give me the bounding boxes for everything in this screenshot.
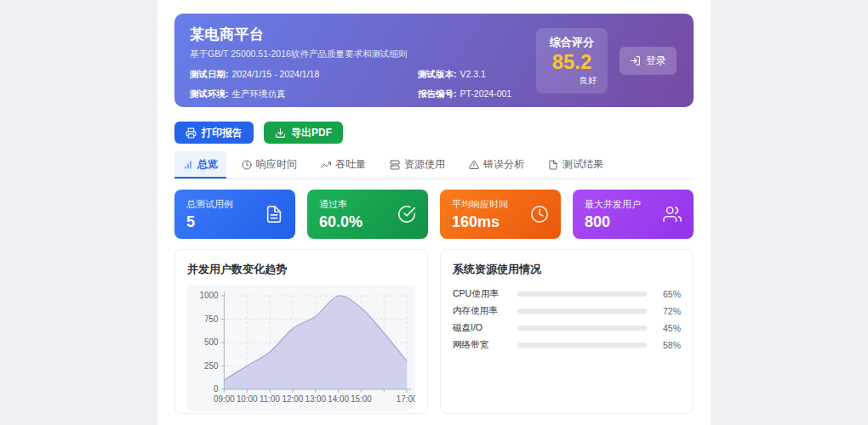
- stat-label: 总测试用例: [186, 198, 233, 211]
- file-text-icon: [265, 205, 283, 224]
- page-title: 某电商平台: [190, 25, 511, 44]
- progress-bar-track: [517, 343, 647, 348]
- export-pdf-button[interactable]: 导出PDF: [264, 122, 343, 144]
- svg-text:0: 0: [214, 384, 219, 394]
- resource-label: 内存使用率: [453, 305, 509, 317]
- stat-label: 平均响应时间: [452, 198, 508, 211]
- tab-resource-usage[interactable]: 资源使用: [381, 151, 454, 178]
- action-buttons: 打印报告 导出PDF: [174, 122, 694, 144]
- bar-chart-icon: [183, 160, 193, 170]
- resource-percent: 72%: [655, 306, 681, 316]
- stat-value: 160ms: [452, 213, 508, 231]
- resource-row-memory: 内存使用率 72%: [453, 306, 681, 316]
- chart-panel-title: 并发用户数变化趋势: [187, 262, 415, 277]
- tab-response-time[interactable]: 响应时间: [233, 151, 306, 178]
- meta-test-version: 测试版本:V2.3.1: [418, 69, 511, 81]
- tab-test-results-label: 测试结果: [562, 157, 603, 172]
- score-grade: 良好: [547, 75, 597, 87]
- header-right: 综合评分 85.2 良好 登录: [536, 25, 678, 97]
- meta-test-environment: 测试环境:生产环境仿真: [190, 88, 418, 100]
- check-circle-icon: [397, 205, 416, 224]
- resource-row-network: 网络带宽 58%: [453, 340, 681, 350]
- meta-test-date: 测试日期:2024/1/15 - 2024/1/18: [190, 69, 418, 81]
- concurrent-users-trend-panel: 并发用户数变化趋势 0250500750100009:0010:0011:001…: [174, 249, 428, 414]
- stat-card-total-cases: 总测试用例 5: [174, 190, 295, 239]
- login-button[interactable]: 登录: [620, 47, 677, 75]
- svg-text:12:00: 12:00: [283, 394, 304, 404]
- svg-text:750: 750: [204, 314, 219, 324]
- server-icon: [390, 160, 400, 170]
- progress-bar-track: [517, 326, 647, 331]
- svg-text:09:00: 09:00: [214, 394, 235, 404]
- tab-overview[interactable]: 总览: [174, 151, 226, 178]
- report-meta: 测试日期:2024/1/15 - 2024/1/18 测试版本:V2.3.1 测…: [190, 69, 511, 100]
- stat-card-max-concurrent-users: 最大并发用户 800: [573, 190, 694, 239]
- area-chart-svg: 0250500750100009:0010:0011:0012:0013:001…: [187, 286, 415, 411]
- concurrent-users-area-chart: 0250500750100009:0010:0011:0012:0013:001…: [187, 286, 415, 411]
- stat-value: 800: [585, 213, 641, 231]
- print-report-button[interactable]: 打印报告: [174, 122, 254, 144]
- alert-triangle-icon: [469, 160, 479, 170]
- tab-resource-usage-label: 资源使用: [404, 157, 445, 172]
- resource-label: 磁盘I/O: [453, 322, 509, 334]
- stat-card-pass-rate: 通过率 60.0%: [307, 190, 428, 239]
- resource-label: CPU使用率: [453, 288, 509, 300]
- clock-icon: [242, 160, 252, 170]
- resource-rows: CPU使用率 65% 内存使用率 72% 磁盘I/O 45% 网络带宽: [453, 289, 681, 350]
- meta-report-number: 报告编号:PT-2024-001: [418, 88, 511, 100]
- trend-icon: [321, 160, 331, 170]
- report-tabbar: 总览 响应时间 吞吐量 资源使用 错误分析: [174, 151, 694, 179]
- resource-label: 网络带宽: [453, 339, 509, 351]
- tab-throughput[interactable]: 吞吐量: [312, 151, 374, 178]
- progress-bar-track: [517, 292, 647, 297]
- file-icon: [548, 160, 558, 170]
- stat-value: 60.0%: [319, 213, 363, 231]
- stat-value: 5: [186, 213, 233, 231]
- resource-panel-title: 系统资源使用情况: [453, 262, 681, 277]
- svg-text:1000: 1000: [200, 291, 219, 300]
- score-label: 综合评分: [547, 35, 597, 50]
- tab-test-results[interactable]: 测试结果: [540, 151, 612, 178]
- svg-text:15:00: 15:00: [351, 394, 372, 404]
- tab-overview-label: 总览: [197, 157, 218, 172]
- svg-text:11:00: 11:00: [260, 394, 280, 404]
- panels-row: 并发用户数变化趋势 0250500750100009:0010:0011:001…: [174, 249, 694, 414]
- resource-row-disk-io: 磁盘I/O 45%: [453, 323, 681, 333]
- svg-text:250: 250: [204, 361, 219, 371]
- export-pdf-label: 导出PDF: [291, 126, 332, 140]
- page-subtitle: 基于GB/T 25000.51-2016软件产品质量要求和测试细则: [190, 48, 511, 60]
- clock-icon: [530, 205, 549, 224]
- svg-text:13:00: 13:00: [305, 394, 326, 404]
- users-icon: [663, 205, 682, 224]
- svg-text:10:00: 10:00: [237, 394, 258, 404]
- svg-text:17:00: 17:00: [397, 394, 415, 404]
- print-report-label: 打印报告: [202, 126, 243, 140]
- stat-card-avg-response-time: 平均响应时间 160ms: [440, 190, 561, 239]
- tab-error-analysis-label: 错误分析: [483, 157, 524, 172]
- progress-bar-track: [517, 309, 647, 314]
- header-info: 某电商平台 基于GB/T 25000.51-2016软件产品质量要求和测试细则 …: [190, 25, 511, 97]
- tab-response-time-label: 响应时间: [256, 157, 297, 172]
- resource-percent: 65%: [655, 289, 681, 299]
- resource-row-cpu: CPU使用率 65%: [453, 289, 681, 299]
- tab-throughput-label: 吞吐量: [335, 157, 366, 172]
- login-button-label: 登录: [646, 54, 666, 68]
- stat-label: 最大并发用户: [585, 198, 641, 211]
- svg-text:500: 500: [204, 337, 219, 347]
- report-header: 某电商平台 基于GB/T 25000.51-2016软件产品质量要求和测试细则 …: [174, 14, 694, 107]
- printer-icon: [186, 128, 197, 139]
- overall-score-card: 综合评分 85.2 良好: [536, 28, 608, 94]
- tab-error-analysis[interactable]: 错误分析: [460, 151, 533, 178]
- report-page: 某电商平台 基于GB/T 25000.51-2016软件产品质量要求和测试细则 …: [157, 0, 711, 425]
- stats-row: 总测试用例 5 通过率 60.0% 平均响应时间 160ms: [174, 190, 694, 239]
- resource-percent: 58%: [655, 340, 681, 350]
- log-in-icon: [630, 55, 641, 66]
- score-value: 85.2: [547, 50, 597, 74]
- system-resource-panel: 系统资源使用情况 CPU使用率 65% 内存使用率 72% 磁盘I/O 45%: [440, 249, 694, 414]
- resource-percent: 45%: [655, 323, 681, 333]
- svg-text:14:00: 14:00: [328, 394, 349, 404]
- stat-label: 通过率: [319, 198, 363, 211]
- download-icon: [275, 128, 286, 139]
